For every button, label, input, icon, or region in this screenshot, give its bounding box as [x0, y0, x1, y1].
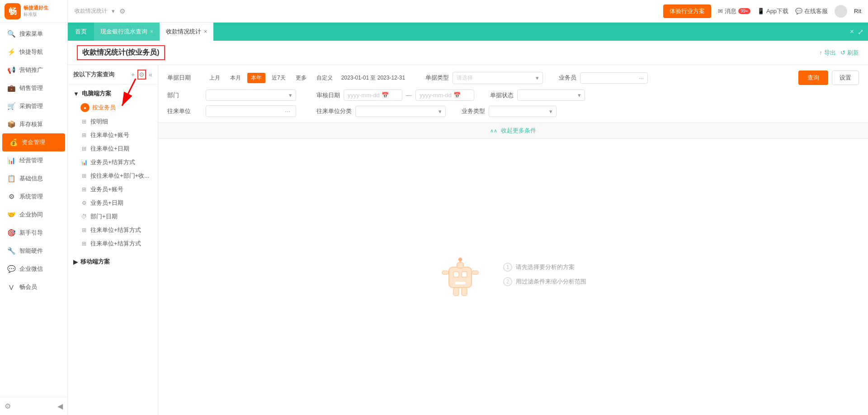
doc-status-label: 单据状态: [490, 91, 514, 99]
grid-icon-4: ⊞: [80, 172, 88, 179]
left-panel-actions: + ⚙ «: [131, 70, 152, 80]
sidebar-item-purchase[interactable]: 🛒 采购管理: [0, 97, 67, 115]
export-button[interactable]: ↑ 导出: [820, 49, 836, 57]
sidebar-item-operation[interactable]: 📊 经营管理: [0, 151, 67, 170]
tab-bank-close[interactable]: ×: [150, 28, 153, 35]
header-settings-icon[interactable]: ⚙: [119, 7, 125, 15]
calendar-icon-1: 📅: [382, 92, 389, 99]
page-title-bar: 收款情况统计(按业务员) ↑ 导出 ↺ 刷新: [68, 41, 868, 65]
tree-item-unit-account[interactable]: ⊞ 往来单位+账号: [68, 128, 158, 142]
logo-area: 畅 畅捷通好生 标准版: [0, 0, 67, 23]
biz-type-arrow-icon: ▾: [549, 108, 552, 115]
btn-this-year[interactable]: 本年: [247, 73, 265, 83]
panel-collapse-icon[interactable]: «: [149, 71, 152, 78]
sidebar-item-marketing[interactable]: 📢 营销推广: [0, 61, 67, 79]
refresh-button[interactable]: ↺ 刷新: [840, 49, 859, 57]
tree-item-by-detail[interactable]: ⊞ 按明细: [68, 115, 158, 128]
sidebar-item-sales[interactable]: 💼 销售管理: [0, 79, 67, 97]
mobile-section-title[interactable]: ▶ 移动端方案: [68, 255, 158, 269]
tab-receipt[interactable]: 收款情况统计 ×: [160, 23, 213, 41]
tab-receipt-close[interactable]: ×: [204, 28, 207, 35]
collapse-bar[interactable]: ∧∧ 收起更多条件: [158, 123, 868, 139]
counterpart-category-label: 往来单位分类: [316, 107, 352, 115]
category-arrow-icon: ▾: [439, 108, 442, 115]
sidebar-item-finance[interactable]: 💰 资金管理: [2, 133, 65, 151]
tree-item-sales-date[interactable]: ⚙ 业务员+日期: [68, 196, 158, 210]
sidebar-item-enterprise[interactable]: 🤝 企业协同: [0, 206, 67, 224]
online-service-item[interactable]: 💬 在线客服: [795, 7, 828, 15]
tree-item-by-sales[interactable]: ● 按业务员: [68, 100, 158, 115]
svg-rect-11: [453, 288, 459, 296]
doc-type-select[interactable]: 请选择 ▾: [453, 72, 543, 84]
sidebar-settings-icon[interactable]: ⚙: [5, 402, 11, 410]
svg-point-8: [458, 258, 462, 261]
panel-settings-icon[interactable]: ⚙: [137, 70, 146, 80]
messages-item[interactable]: ✉ 消息 99+: [718, 7, 750, 15]
empty-steps: 1 请先选择要分析的方案 2 用过滤条件来缩小分析范围: [503, 263, 586, 292]
btn-last-month[interactable]: 上月: [206, 73, 224, 83]
sidebar-item-wechat[interactable]: 💬 企业微信: [0, 260, 67, 278]
desktop-section-title[interactable]: ▼ 电脑端方案: [68, 87, 158, 100]
query-button[interactable]: 查询: [798, 71, 828, 85]
tab-home[interactable]: 首页: [68, 23, 94, 41]
btn-custom-date[interactable]: 自定义: [313, 73, 336, 83]
grid-icon-3: ⊞: [80, 145, 88, 152]
tab-bar: 首页 现金银行流水查询 × 收款情况统计 × × ⤢: [68, 23, 868, 41]
tree-item-sales-account[interactable]: ⊞ 业务员+账号: [68, 183, 158, 196]
user-avatar[interactable]: [835, 5, 847, 18]
trial-button[interactable]: 体验行业方案: [663, 5, 711, 18]
btn-more-date[interactable]: 更多: [292, 73, 310, 83]
main-area: 收款情况统计 ▾ ⚙ 体验行业方案 ✉ 消息 99+ 📱 App下载 💬 在线客…: [68, 0, 868, 415]
filter-actions: 查询 设置: [798, 71, 859, 85]
doc-status-select[interactable]: ▾: [517, 90, 585, 101]
sidebar-item-inventory[interactable]: 📦 库存核算: [0, 115, 67, 133]
tab-close-all-icon[interactable]: ×: [850, 28, 854, 36]
btn-last7days[interactable]: 近7天: [268, 73, 289, 83]
sidebar-item-vip[interactable]: V 畅会员: [0, 278, 67, 296]
svg-rect-9: [442, 271, 448, 274]
sidebar-collapse-icon[interactable]: ◀: [57, 402, 63, 410]
grid-icon-1: ⊞: [80, 118, 88, 125]
tab-bank[interactable]: 现金银行流水查询 ×: [94, 23, 160, 41]
tree-item-dept-date[interactable]: ⏱ 部门+日期: [68, 210, 158, 223]
robot-svg: [440, 254, 481, 299]
svg-rect-10: [472, 271, 478, 274]
tree-item-unit-date[interactable]: ⊞ 往来单位+日期: [68, 142, 158, 156]
username-label: Rit: [854, 8, 861, 14]
dropdown-icon[interactable]: ▾: [112, 8, 115, 14]
dept-arrow-icon: ▾: [289, 92, 292, 99]
basic-icon: 📋: [7, 174, 16, 183]
tree-item-unit-dept[interactable]: ⊞ 按往来单位+部门+收...: [68, 169, 158, 183]
sidebar-item-system[interactable]: ⚙ 系统管理: [0, 188, 67, 206]
tree-item-sales-settle[interactable]: 📊 业务员+结算方式: [68, 156, 158, 169]
btn-this-month[interactable]: 本月: [226, 73, 245, 83]
panel-add-icon[interactable]: +: [131, 71, 135, 78]
tree-item-unit-settle2[interactable]: ⊞ 往来单位+结算方式: [68, 237, 158, 250]
empty-step-2: 2 用过滤条件来缩小分析范围: [503, 277, 586, 286]
sidebar-item-hardware[interactable]: 🔧 智能硬件: [0, 242, 67, 260]
sidebar-item-newbie[interactable]: 🎯 新手引导: [0, 224, 67, 242]
page-title: 收款情况统计(按业务员): [77, 45, 165, 60]
grid-icon-2: ⊞: [80, 132, 88, 139]
review-date-to[interactable]: yyyy-mm-dd 📅: [415, 90, 474, 101]
sidebar: 畅 畅捷通好生 标准版 🔍 搜索菜单 ⚡ 快捷导航 📢 营销推广 💼 销售管理 …: [0, 0, 68, 415]
svg-rect-3: [453, 272, 459, 277]
app-download-item[interactable]: 📱 App下载: [757, 7, 788, 15]
counterpart-category-select[interactable]: ▾: [355, 106, 446, 117]
dept-select[interactable]: ▾: [206, 90, 296, 101]
messages-badge: 99+: [738, 8, 750, 14]
settings-button[interactable]: 设置: [832, 71, 859, 85]
tree-item-unit-settle1[interactable]: ⊞ 往来单位+结算方式: [68, 223, 158, 237]
counterpart-dots-icon[interactable]: ···: [283, 108, 292, 115]
newbie-icon: 🎯: [7, 228, 16, 237]
sales-select[interactable]: ···: [580, 72, 648, 84]
biz-type-select[interactable]: ▾: [489, 106, 557, 117]
sidebar-item-quicknav[interactable]: ⚡ 快捷导航: [0, 43, 67, 61]
sidebar-item-basic[interactable]: 📋 基础信息: [0, 170, 67, 188]
counterpart-input[interactable]: ···: [206, 105, 296, 117]
sidebar-item-search[interactable]: 🔍 搜索菜单: [0, 25, 67, 43]
sales-filter: 业务员 ···: [559, 72, 648, 84]
tab-expand-icon[interactable]: ⤢: [858, 28, 863, 36]
review-date-from[interactable]: yyyy-mm-dd 📅: [344, 90, 402, 101]
refresh-icon: ↺: [840, 49, 845, 56]
